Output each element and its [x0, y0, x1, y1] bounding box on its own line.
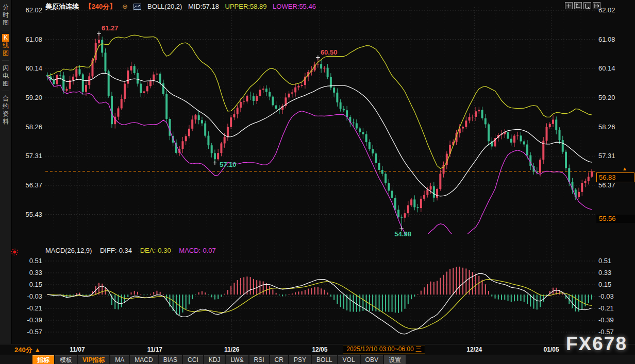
fit-x-axis-icon[interactable]: [583, 2, 591, 9]
macd-axis-label-right: 0.33: [598, 269, 632, 276]
macd-diff-value: DIFF:-0.34: [100, 247, 132, 254]
price-axis-label-right: 60.14: [598, 65, 632, 72]
macd-dea-value: DEA:-0.30: [140, 247, 171, 254]
boll-tab[interactable]: BOLL: [312, 355, 337, 364]
fx678-watermark: FX678: [566, 333, 627, 355]
price-axis-label-left: 56.37: [10, 182, 44, 189]
boll-upper-value: UPPER:58.89: [225, 3, 267, 10]
fit-y-axis-icon[interactable]: [574, 2, 582, 9]
lower-band-badge: 55.56: [596, 215, 635, 223]
price-axis-label-left: 61.08: [10, 36, 44, 43]
period-selector-label: 240分: [14, 346, 32, 354]
ma-tab[interactable]: MA: [110, 355, 129, 364]
price-axis-label-right: 56.37: [598, 182, 632, 189]
macd-axis-label-right: 0.15: [598, 281, 632, 288]
indicator-toolbar: 指标模板VIP指标MAMACDBIASCCIKDJLW&RSICRPSYBOLL…: [0, 355, 635, 364]
macd-axis-label-left: -0.39: [10, 317, 44, 324]
x-axis-date-label: 01/05: [544, 346, 559, 353]
period-selector[interactable]: 240分 ▲: [14, 345, 41, 355]
trading-app-window: 61.2760.5057.1054.98 分时图K线图闪电图合约资料 美原油连续…: [0, 0, 635, 364]
alarm-dot-icon[interactable]: [11, 248, 19, 258]
price-up-arrow-icon: ▲: [622, 166, 627, 171]
time-axis-bar: 240分 ▲ 2025/12/10 03:00~06:00 三 11/0711/…: [0, 344, 635, 355]
current-price-badge: 56.83: [596, 172, 634, 182]
macd-tab[interactable]: MACD: [130, 355, 157, 364]
bias-tab[interactable]: BIAS: [159, 355, 182, 364]
price-axis-label-left: 59.20: [10, 94, 44, 101]
vol-tab[interactable]: VOL: [338, 355, 360, 364]
macd-axis-label-left: -0.03: [10, 293, 44, 300]
price-axis-label-right: 61.08: [598, 36, 632, 43]
period-dropdown-arrow-icon: ▲: [34, 346, 41, 354]
price-axis-label-right: 58.26: [598, 124, 632, 131]
x-axis-date-label: 11/26: [224, 346, 239, 353]
active-tab-first-char: K: [2, 34, 9, 42]
period-tag[interactable]: 【240分】: [85, 3, 116, 10]
settings-tab[interactable]: 设置: [384, 355, 406, 364]
price-axis-label-left: 60.14: [10, 65, 44, 72]
macd-axis-label-left: 0.51: [10, 257, 44, 265]
move-chart-icon[interactable]: [565, 2, 573, 9]
sidebar-tab-kline-chart[interactable]: K线图: [2, 30, 9, 61]
svg-text:54.98: 54.98: [394, 230, 411, 238]
macd-axis-label-left: -0.21: [10, 305, 44, 312]
macd-axis-label-right: -0.03: [598, 293, 632, 300]
boll-mid-value: MID:57.18: [188, 3, 219, 10]
sidebar-tab-contract-info[interactable]: 合约资料: [2, 91, 9, 129]
psy-tab[interactable]: PSY: [289, 355, 311, 364]
macd-title: MACD(26,12,9): [45, 247, 92, 254]
price-axis-label-right: 59.20: [598, 94, 632, 101]
sidebar-tab-time-chart[interactable]: 分时图: [2, 0, 9, 30]
price-axis-label-left: 62.02: [10, 7, 44, 14]
macd-axis-label-right: -0.21: [598, 305, 632, 312]
boll-lower-value: LOWER:55.46: [273, 3, 316, 10]
sidebar-tab-flash-chart[interactable]: 闪电图: [2, 61, 9, 91]
x-axis-date-label: 11/07: [70, 346, 85, 353]
price-axis-label-right: 57.31: [598, 152, 632, 160]
svg-text:57.10: 57.10: [220, 161, 237, 168]
symbol-title: 美原油连续: [45, 3, 79, 10]
kdj-tab[interactable]: KDJ: [204, 355, 225, 364]
circle-plus-icon[interactable]: ⊕: [122, 3, 128, 10]
macd-axis-label-left: 0.33: [10, 269, 44, 276]
macd-axis-label-left: 0.15: [10, 281, 44, 288]
chart-canvas[interactable]: 61.2760.5057.1054.98: [0, 0, 635, 364]
price-axis-label-right: 62.02: [598, 7, 632, 14]
price-axis-label-left: 57.31: [10, 152, 44, 160]
x-axis-date-label: 12/05: [312, 346, 327, 353]
cr-tab[interactable]: CR: [270, 355, 288, 364]
template-tab[interactable]: 模板: [55, 355, 77, 364]
x-axis-date-label: 11/17: [147, 346, 162, 353]
chart-tool-buttons: [565, 2, 600, 9]
indicator-tab[interactable]: 指标: [32, 355, 54, 364]
vip-indicator-tab[interactable]: VIP指标: [78, 355, 109, 364]
macd-axis-label-right: 0.51: [598, 257, 632, 265]
macd-header: MACD(26,12,9) DIFF:-0.34 DEA:-0.30 MACD:…: [45, 247, 222, 254]
svg-text:60.50: 60.50: [321, 48, 338, 56]
svg-text:61.27: 61.27: [102, 24, 119, 32]
macd-axis-label-right: -0.39: [598, 317, 632, 324]
boll-label: BOLL(20,2): [147, 3, 182, 10]
scroll-to-latest-icon[interactable]: [593, 2, 600, 9]
rsi-tab[interactable]: RSI: [249, 355, 269, 364]
kline-mini-icon: [133, 4, 141, 11]
macd-axis-label-left: -0.57: [10, 328, 44, 336]
x-axis-date-label: 12/24: [466, 346, 482, 353]
obv-tab[interactable]: OBV: [361, 355, 383, 364]
crosshair-date-label: 2025/12/10 03:00~06:00 三: [343, 345, 425, 354]
price-axis-label-left: 58.26: [10, 124, 44, 131]
chart-type-sidebar: 分时图K线图闪电图合约资料: [0, 0, 12, 344]
price-axis-label-left: 55.43: [10, 211, 44, 218]
macd-macd-value: MACD:-0.07: [179, 247, 216, 254]
chart-header: 美原油连续 【240分】 ⊕ BOLL(20,2) MID:57.18 UPPE…: [45, 2, 320, 11]
lw-tab[interactable]: LW&: [226, 355, 248, 364]
cci-tab[interactable]: CCI: [183, 355, 203, 364]
